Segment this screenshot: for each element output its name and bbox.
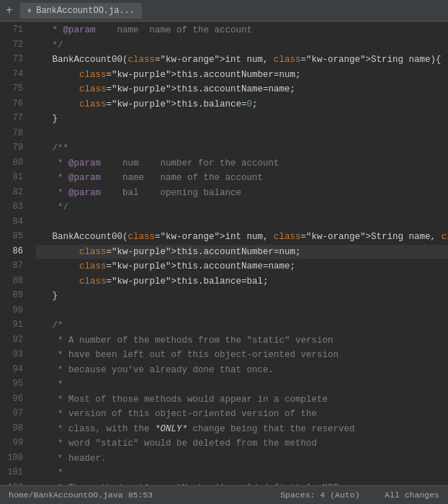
code-line: * class, with the *ONLY* change being th…: [36, 422, 448, 437]
code-line: [36, 127, 448, 142]
code-line: * @param name name of the account: [36, 23, 448, 38]
new-tab-button[interactable]: +: [6, 4, 13, 17]
tab-label: BankAccountOO.ja...: [36, 6, 135, 16]
tab-bar: + ♦ BankAccountOO.ja...: [0, 0, 448, 22]
code-line: */: [36, 38, 448, 53]
line-number: 86: [4, 245, 23, 260]
line-number: 73: [4, 53, 23, 68]
line-number: 78: [4, 127, 23, 142]
line-number: 100: [4, 451, 23, 467]
code-line: class="kw-purple">this.accountNumber=num…: [36, 68, 448, 83]
status-right: Spaces: 4 (Auto) All changes: [280, 490, 439, 500]
code-line: * version of this object-oriented versio…: [36, 407, 448, 422]
tab-item[interactable]: ♦ BankAccountOO.ja...: [20, 3, 142, 19]
line-number: 76: [4, 97, 23, 112]
file-icon: ♦: [27, 6, 32, 15]
line-number: 85: [4, 230, 23, 245]
line-number: 71: [4, 23, 23, 38]
line-number: 72: [4, 38, 23, 53]
line-number: 101: [4, 466, 23, 481]
status-spaces: Spaces: 4 (Auto): [280, 490, 359, 500]
code-line: [36, 304, 448, 319]
status-bar: home/BankAccountOO.java 85:53 Spaces: 4 …: [0, 485, 448, 504]
line-number: 96: [4, 392, 23, 408]
code-line: * Most of those methods would appear in …: [36, 392, 448, 408]
code-line: }: [36, 112, 448, 127]
code-line: * @param num number for the account: [36, 156, 448, 171]
code-line: * header.: [36, 451, 448, 467]
line-numbers: 7172737475767778798081828384858687888990…: [0, 22, 30, 485]
code-line: class="kw-purple">this.accountName=name;: [36, 82, 448, 97]
line-number: 83: [4, 200, 23, 215]
line-number: 74: [4, 68, 23, 83]
code-line: * The method setAccountNumber() would de…: [36, 481, 448, 486]
line-number: 99: [4, 436, 23, 451]
code-line: class="kw-purple">this.accountName=name;: [36, 259, 448, 274]
code-line: class="kw-purple">this.accountNumber=num…: [36, 245, 448, 260]
code-line: BankAccount00(class="kw-orange">int num,…: [36, 53, 448, 68]
status-left: home/BankAccountOO.java 85:53: [9, 490, 153, 500]
status-changes: All changes: [385, 490, 439, 500]
code-line: BankAccount00(class="kw-orange">int num,…: [36, 230, 448, 245]
line-number: 80: [4, 156, 23, 171]
line-number: 91: [4, 318, 23, 333]
line-number: 87: [4, 259, 23, 274]
line-number: 88: [4, 274, 23, 289]
code-line: * @param name name of the account: [36, 171, 448, 186]
code-line: * word "static" would be deleted from th…: [36, 436, 448, 451]
code-line: /*: [36, 318, 448, 333]
line-number: 75: [4, 82, 23, 97]
line-number: 95: [4, 377, 23, 392]
editor-container: 7172737475767778798081828384858687888990…: [0, 22, 448, 485]
line-number: 84: [4, 215, 23, 230]
line-number: 97: [4, 407, 23, 422]
code-line: *: [36, 377, 448, 392]
code-line: *: [36, 466, 448, 481]
code-line: * @param bal opening balance: [36, 186, 448, 201]
code-line: /**: [36, 141, 448, 156]
code-line: }: [36, 289, 448, 304]
code-line: class="kw-purple">this.balance=bal;: [36, 274, 448, 289]
line-number: 89: [4, 289, 23, 304]
code-line: */: [36, 200, 448, 215]
line-number: 81: [4, 171, 23, 186]
line-number: 94: [4, 363, 23, 378]
line-number: 102: [4, 481, 23, 486]
code-line: class="kw-purple">this.balance=0;: [36, 97, 448, 112]
line-number: 93: [4, 348, 23, 363]
code-line: * have been left out of this object-orie…: [36, 348, 448, 363]
code-line: * A number of the methods from the "stat…: [36, 333, 448, 348]
code-line: [36, 215, 448, 230]
line-number: 77: [4, 112, 23, 127]
code-line: * because you've already done that once.: [36, 363, 448, 378]
code-area[interactable]: * @param name name of the account */ Ban…: [30, 22, 448, 485]
line-number: 79: [4, 141, 23, 156]
line-number: 98: [4, 422, 23, 437]
line-number: 90: [4, 304, 23, 319]
line-number: 92: [4, 333, 23, 348]
line-number: 82: [4, 186, 23, 201]
